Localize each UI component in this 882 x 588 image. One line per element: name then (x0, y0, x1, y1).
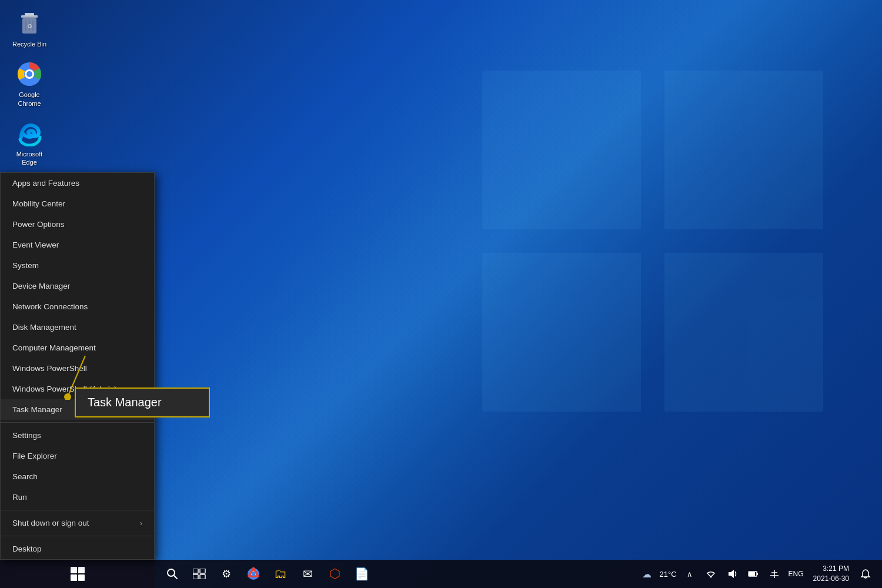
menu-item-search[interactable]: Search (1, 466, 154, 487)
taskbar-settings-button[interactable]: ⚙ (213, 561, 239, 587)
recycle-bin-image: ♻ (15, 9, 44, 38)
chrome-label: Google Chrome (8, 91, 51, 108)
svg-rect-16 (200, 569, 205, 573)
svg-point-13 (168, 569, 175, 576)
desktop-icons: ♻ Recycle Bin (6, 6, 53, 170)
menu-item-run[interactable]: Run (1, 487, 154, 507)
microsoft-edge-icon[interactable]: Microsoft Edge (6, 116, 53, 171)
menu-separator-2 (1, 510, 154, 510)
system-tray: ☁ 21°C ∧ (637, 561, 882, 587)
menu-item-system[interactable]: System (1, 255, 154, 276)
start-sq-br (78, 574, 85, 581)
svg-marker-23 (729, 570, 734, 578)
menu-separator-1 (1, 422, 154, 423)
menu-item-mobility-center[interactable]: Mobility Center (1, 193, 154, 214)
menu-item-settings[interactable]: Settings (1, 425, 154, 446)
recycle-bin-label: Recycle Bin (12, 40, 46, 48)
menu-item-power-options[interactable]: Power Options (1, 214, 154, 235)
shut-down-arrow-icon: › (140, 519, 142, 527)
svg-rect-17 (193, 574, 198, 579)
taskbar-search-button[interactable] (159, 561, 185, 587)
clock-date: 2021-06-30 (813, 574, 849, 584)
svg-line-11 (68, 356, 85, 397)
speaker-icon[interactable] (723, 561, 741, 587)
network-wire-icon[interactable] (765, 561, 784, 587)
start-button[interactable] (0, 560, 155, 588)
taskbar-files-button[interactable]: 🗂 (268, 561, 293, 587)
svg-text:♻: ♻ (27, 23, 32, 29)
svg-rect-25 (757, 573, 758, 575)
menu-item-desktop[interactable]: Desktop (1, 539, 154, 559)
taskbar: ⚙ 🗂 ✉ ⬡ 📄 ☁ 21°C ∧ (0, 560, 882, 588)
google-chrome-icon[interactable]: Google Chrome (6, 56, 53, 111)
taskbar-mail-button[interactable]: ✉ (295, 561, 320, 587)
svg-rect-26 (749, 572, 755, 576)
taskbar-task-view-button[interactable] (186, 561, 212, 587)
svg-point-12 (64, 393, 71, 400)
taskbar-office-button[interactable]: ⬡ (322, 561, 348, 587)
taskbar-chrome-button[interactable] (240, 561, 266, 587)
svg-point-21 (252, 572, 256, 576)
edge-label: Microsoft Edge (8, 150, 51, 167)
start-sq-tl (71, 567, 77, 573)
desktop: ♻ Recycle Bin (0, 0, 882, 588)
windows-logo-decoration (482, 71, 823, 412)
recycle-bin-icon[interactable]: ♻ Recycle Bin (6, 6, 53, 52)
menu-item-file-explorer[interactable]: File Explorer (1, 446, 154, 466)
menu-item-shut-down[interactable]: Shut down or sign out › (1, 513, 154, 533)
menu-item-network-connections[interactable]: Network Connections (1, 296, 154, 317)
taskbar-items: ⚙ 🗂 ✉ ⬡ 📄 (155, 561, 637, 587)
menu-item-event-viewer[interactable]: Event Viewer (1, 235, 154, 255)
svg-point-10 (26, 71, 32, 77)
svg-point-22 (710, 576, 711, 578)
menu-item-apps-features[interactable]: Apps and Features (1, 173, 154, 193)
taskbar-notepad-button[interactable]: 📄 (349, 561, 375, 587)
connector-line (56, 353, 132, 400)
svg-rect-1 (25, 13, 34, 16)
notification-button[interactable] (856, 561, 875, 587)
chrome-image (15, 60, 44, 88)
chevron-up-icon[interactable]: ∧ (680, 561, 699, 587)
start-sq-tr (78, 567, 85, 573)
clock-time: 3:21 PM (823, 564, 849, 574)
svg-rect-15 (193, 569, 198, 573)
edge-image (15, 119, 44, 148)
svg-rect-18 (200, 574, 205, 579)
start-sq-bl (71, 574, 77, 581)
menu-separator-3 (1, 536, 154, 536)
battery-icon[interactable] (744, 561, 763, 587)
taskbar-clock[interactable]: 3:21 PM 2021-06-30 (808, 564, 854, 584)
network-icon[interactable] (701, 561, 720, 587)
temperature-label[interactable]: 21°C (659, 561, 678, 587)
svg-line-14 (174, 576, 177, 579)
start-icon (71, 567, 85, 581)
menu-item-device-manager[interactable]: Device Manager (1, 276, 154, 296)
menu-item-disk-management[interactable]: Disk Management (1, 317, 154, 338)
language-label[interactable]: ENG (786, 561, 806, 587)
weather-icon[interactable]: ☁ (637, 561, 656, 587)
